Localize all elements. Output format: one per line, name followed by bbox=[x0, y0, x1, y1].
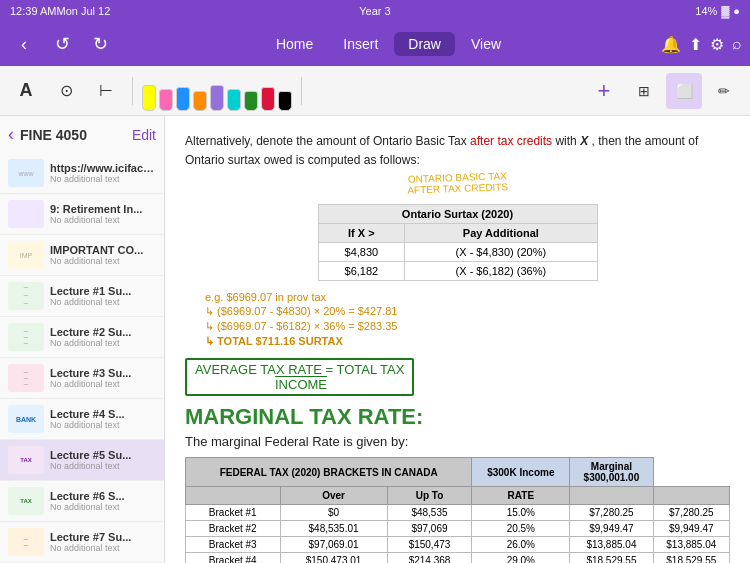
example-line-3: ↳ TOTAL $711.16 SURTAX bbox=[185, 335, 730, 348]
over-1: $48,535.01 bbox=[280, 521, 387, 537]
sidebar-item-sub-8: No additional text bbox=[50, 502, 156, 512]
avg-rate-denominator: INCOME bbox=[275, 377, 327, 392]
settings-icon[interactable]: ⚙ bbox=[710, 35, 724, 54]
marginal-heading: MARGINAL TAX RATE: bbox=[185, 404, 730, 430]
font-button[interactable]: A bbox=[8, 73, 44, 109]
sidebar-item-title-9: Lecture #7 Su... bbox=[50, 531, 156, 543]
sidebar-thumb-1 bbox=[8, 200, 44, 228]
federal-row-0: Bracket #1 $0 $48,535 15.0% $7,280.25 $7… bbox=[186, 505, 730, 521]
rate-2: 26.0% bbox=[472, 537, 570, 553]
sidebar-item-3[interactable]: ─── Lecture #1 Su... No additional text bbox=[0, 276, 164, 317]
pink-pen-swatch[interactable] bbox=[159, 89, 173, 111]
tab-draw[interactable]: Draw bbox=[394, 32, 455, 56]
surtax-row-0: $4,830 (X - $4,830) (20%) bbox=[318, 243, 597, 262]
sidebar-item-sub-3: No additional text bbox=[50, 297, 156, 307]
sidebar-item-title-6: Lecture #4 S... bbox=[50, 408, 156, 420]
surtax-header-1: Pay Additional bbox=[405, 224, 597, 243]
upto-0: $48,535 bbox=[387, 505, 472, 521]
orange-pen-swatch[interactable] bbox=[193, 91, 207, 111]
sidebar-item-1[interactable]: 9: Retirement In... No additional text bbox=[0, 194, 164, 235]
marginal-0: $7,280.25 bbox=[653, 505, 729, 521]
col-header-bracket bbox=[186, 487, 281, 505]
view-toggle-button[interactable]: ⊞ bbox=[626, 73, 662, 109]
separator-1 bbox=[132, 77, 133, 105]
top-nav: ‹ ↺ ↻ Home Insert Draw View 🔔 ⬆ ⚙ ⌕ bbox=[0, 22, 750, 66]
federal-header-marginal: Marginal$300,001.00 bbox=[570, 458, 653, 487]
battery-icon: ▓ bbox=[721, 5, 729, 17]
purple-pen-swatch[interactable] bbox=[210, 85, 224, 111]
after-tax-text: after tax credits bbox=[470, 134, 552, 148]
sidebar-back-button[interactable]: ‹ bbox=[8, 124, 14, 145]
surtax-table-wrapper: Ontario Surtax (2020) If X > Pay Additio… bbox=[318, 204, 598, 281]
sidebar-item-title-5: Lecture #3 Su... bbox=[50, 367, 156, 379]
bracket-label-1: Bracket #2 bbox=[186, 521, 281, 537]
tab-view[interactable]: View bbox=[457, 32, 515, 56]
sidebar-thumb-8: TAX bbox=[8, 487, 44, 515]
yellow-pen-swatch[interactable] bbox=[142, 85, 156, 111]
sidebar-thumb-0: www bbox=[8, 159, 44, 187]
pen-tool-button[interactable]: ✏ bbox=[706, 73, 742, 109]
sidebar-item-9[interactable]: ── Lecture #7 Su... No additional text bbox=[0, 522, 164, 563]
avg-rate-section: AVERAGE TAX RATE = TOTAL TAX INCOME bbox=[185, 358, 730, 396]
sidebar-item-text-9: Lecture #7 Su... No additional text bbox=[50, 531, 156, 553]
federal-table: FEDERAL TAX (2020) BRACKETS IN CANADA $3… bbox=[185, 457, 730, 563]
main-content: ‹ FINE 4050 Edit www https://www.icifact… bbox=[0, 116, 750, 563]
search-icon[interactable]: ⌕ bbox=[732, 35, 742, 53]
sidebar-item-text-2: IMPORTANT CO... No additional text bbox=[50, 244, 156, 266]
red-pen-swatch[interactable] bbox=[261, 87, 275, 111]
green-pen-swatch[interactable] bbox=[244, 91, 258, 111]
sidebar-thumb-9: ── bbox=[8, 528, 44, 556]
page-view-button[interactable]: ⬜ bbox=[666, 73, 702, 109]
income-1: $9,949.47 bbox=[570, 521, 653, 537]
sidebar-item-text-6: Lecture #4 S... No additional text bbox=[50, 408, 156, 430]
col-header-upto: Up To bbox=[387, 487, 472, 505]
sidebar-item-title-1: 9: Retirement In... bbox=[50, 203, 156, 215]
example-line-0: e.g. $6969.07 in prov tax bbox=[185, 291, 730, 303]
rate-3: 29.0% bbox=[472, 553, 570, 563]
lasso-button[interactable]: ⊙ bbox=[48, 73, 84, 109]
wifi-icon: ● bbox=[733, 5, 740, 17]
sidebar-item-sub-2: No additional text bbox=[50, 256, 156, 266]
tab-insert[interactable]: Insert bbox=[329, 32, 392, 56]
sidebar-thumb-4: ─── bbox=[8, 323, 44, 351]
ruler-button[interactable]: ⊢ bbox=[88, 73, 124, 109]
tab-home[interactable]: Home bbox=[262, 32, 327, 56]
undo-button[interactable]: ↺ bbox=[46, 28, 78, 60]
sidebar-edit-button[interactable]: Edit bbox=[132, 127, 156, 143]
surtax-row-1: $6,182 (X - $6,182) (36%) bbox=[318, 262, 597, 281]
sidebar-item-4[interactable]: ─── Lecture #2 Su... No additional text bbox=[0, 317, 164, 358]
example-line-1: ↳ ($6969.07 - $4830) × 20% = $427.81 bbox=[185, 305, 730, 318]
bracket-label-3: Bracket #4 bbox=[186, 553, 281, 563]
teal-pen-swatch[interactable] bbox=[227, 89, 241, 111]
marginal-2: $13,885.04 bbox=[653, 537, 729, 553]
sidebar-item-0[interactable]: www https://www.icifactbo... No addition… bbox=[0, 153, 164, 194]
surtax-title: Ontario Surtax (2020) bbox=[318, 205, 597, 224]
federal-subtitle: The marginal Federal Rate is given by: bbox=[185, 434, 730, 449]
x-symbol: X bbox=[580, 134, 588, 148]
sidebar-item-text-4: Lecture #2 Su... No additional text bbox=[50, 326, 156, 348]
sidebar-item-sub-6: No additional text bbox=[50, 420, 156, 430]
sidebar-item-6[interactable]: BANK Lecture #4 S... No additional text bbox=[0, 399, 164, 440]
back-button[interactable]: ‹ bbox=[8, 28, 40, 60]
sidebar-item-5[interactable]: ─── Lecture #3 Su... No additional text bbox=[0, 358, 164, 399]
add-button[interactable]: + bbox=[586, 73, 622, 109]
sidebar-item-title-8: Lecture #6 S... bbox=[50, 490, 156, 502]
bracket-label-2: Bracket #3 bbox=[186, 537, 281, 553]
notebook-title: Year 3 bbox=[359, 5, 390, 17]
sidebar-item-7[interactable]: TAX Lecture #5 Su... No additional text bbox=[0, 440, 164, 481]
share-icon[interactable]: ⬆ bbox=[689, 35, 702, 54]
sidebar-thumb-3: ─── bbox=[8, 282, 44, 310]
blue-pen-swatch[interactable] bbox=[176, 87, 190, 111]
day-display: Mon Jul 12 bbox=[56, 5, 110, 17]
black-pen-swatch[interactable] bbox=[278, 91, 292, 111]
col-header-income2 bbox=[570, 487, 653, 505]
rate-0: 15.0% bbox=[472, 505, 570, 521]
bell-icon[interactable]: 🔔 bbox=[661, 35, 681, 54]
upto-1: $97,069 bbox=[387, 521, 472, 537]
redo-button[interactable]: ↻ bbox=[84, 28, 116, 60]
doc-area: Alternatively, denote the amount of Onta… bbox=[165, 116, 750, 563]
over-2: $97,069.01 bbox=[280, 537, 387, 553]
sidebar-thumb-5: ─── bbox=[8, 364, 44, 392]
sidebar-item-2[interactable]: IMP IMPORTANT CO... No additional text bbox=[0, 235, 164, 276]
sidebar-item-8[interactable]: TAX Lecture #6 S... No additional text bbox=[0, 481, 164, 522]
